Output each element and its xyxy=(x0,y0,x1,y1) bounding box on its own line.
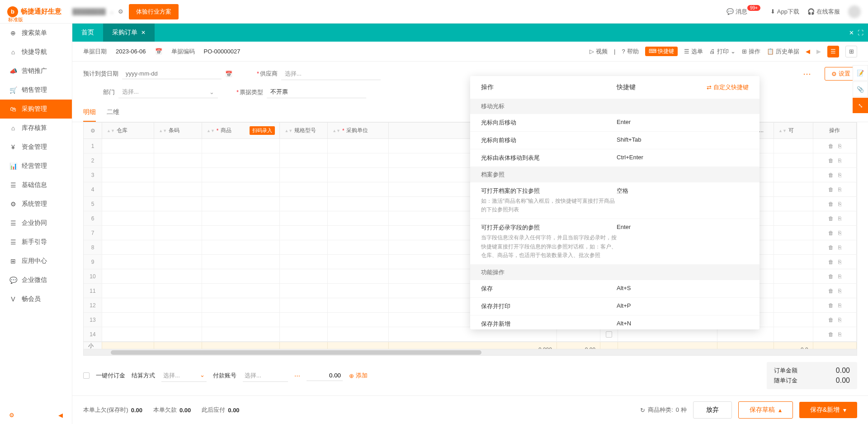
calendar-icon[interactable]: 📅 xyxy=(225,71,232,77)
delete-icon[interactable]: 🗑 xyxy=(828,317,834,323)
delete-icon[interactable]: 🗑 xyxy=(828,288,834,294)
delete-icon[interactable]: 🗑 xyxy=(828,172,834,178)
save-draft-button[interactable]: 保存草稿▴ xyxy=(738,401,793,419)
onekey-deposit-checkbox[interactable] xyxy=(83,372,90,379)
delete-icon[interactable]: 🗑 xyxy=(828,259,834,265)
tab-close-all-icon[interactable]: ✕ xyxy=(849,29,854,36)
close-icon[interactable]: ✕ xyxy=(141,29,146,36)
help-link[interactable]: ? 帮助 xyxy=(622,48,638,56)
copy-icon[interactable]: ⎘ xyxy=(838,302,841,309)
save-new-button[interactable]: 保存&新增▾ xyxy=(799,402,857,418)
view-list-icon[interactable]: ☰ xyxy=(827,46,839,57)
app-download-link[interactable]: ⬇App下载 xyxy=(770,8,799,16)
video-link[interactable]: ▷ 视频 xyxy=(590,48,608,56)
sidebar-item-销售管理[interactable]: 🛒销售管理 xyxy=(0,81,72,100)
refresh-icon[interactable]: ↻ xyxy=(640,407,645,414)
sidebar-item-畅会员[interactable]: V畅会员 xyxy=(0,290,72,309)
print-link[interactable]: 🖨 打印 ⌄ xyxy=(709,48,736,56)
gear-icon[interactable]: ⚙ xyxy=(118,8,123,15)
copy-icon[interactable]: ⎘ xyxy=(838,215,841,222)
copy-icon[interactable]: ⎘ xyxy=(838,186,841,193)
delete-icon[interactable]: 🗑 xyxy=(828,186,834,193)
more-icon[interactable]: ⋯ xyxy=(803,69,811,79)
supplier-select[interactable]: 选择... xyxy=(281,68,381,80)
delete-icon[interactable]: 🗑 xyxy=(828,244,834,251)
copy-icon[interactable]: ⎘ xyxy=(838,288,841,294)
delete-icon[interactable]: 🗑 xyxy=(828,302,834,309)
discard-button[interactable]: 放弃 xyxy=(693,401,732,419)
col-available[interactable]: ▲▼可 xyxy=(774,123,813,138)
arrive-date-input[interactable] xyxy=(122,68,222,79)
add-payment-button[interactable]: ⊕添加 xyxy=(349,372,368,380)
tab-fullscreen-icon[interactable]: ⛶ xyxy=(858,29,863,36)
dept-select[interactable]: 选择...⌄ xyxy=(118,86,218,98)
delete-icon[interactable]: 🗑 xyxy=(828,230,834,236)
copy-icon[interactable]: ⎘ xyxy=(838,273,841,280)
tab-home[interactable]: 首页 xyxy=(72,24,103,42)
sidebar-item-经营管理[interactable]: 📊经营管理 xyxy=(0,157,72,176)
copy-icon[interactable]: ⎘ xyxy=(838,157,841,164)
col-unit[interactable]: ▲▼*采购单位 xyxy=(328,123,388,138)
delete-icon[interactable]: 🗑 xyxy=(828,273,834,280)
invoice-select[interactable]: 不开票 xyxy=(267,86,366,98)
next-doc-icon[interactable]: ▶ xyxy=(816,48,821,55)
delete-icon[interactable]: 🗑 xyxy=(828,157,834,164)
avatar[interactable] xyxy=(848,5,861,18)
sidebar-item-资金管理[interactable]: ¥资金管理 xyxy=(0,138,72,157)
delete-icon[interactable]: 🗑 xyxy=(828,215,834,222)
copy-icon[interactable]: ⎘ xyxy=(838,201,841,207)
delete-icon[interactable]: 🗑 xyxy=(828,331,834,338)
history-link[interactable]: 📋 历史单据 xyxy=(767,48,799,56)
sidebar-item-新手引导[interactable]: ☰新手引导 xyxy=(0,233,72,252)
scan-entry-tag[interactable]: 扫码录入 xyxy=(250,126,275,135)
horizontal-scrollbar[interactable] xyxy=(83,349,857,356)
copy-icon[interactable]: ⎘ xyxy=(838,259,841,265)
copy-icon[interactable]: ⎘ xyxy=(838,230,841,236)
sidebar-item-企业协同[interactable]: ☰企业协同 xyxy=(0,214,72,233)
sidebar-item-基础信息[interactable]: ☰基础信息 xyxy=(0,176,72,195)
payment-amount-input[interactable] xyxy=(307,370,343,381)
rail-attach-icon[interactable]: 📎 xyxy=(853,81,868,97)
copy-icon[interactable]: ⎘ xyxy=(838,143,841,149)
sidebar-item-库存核算[interactable]: ⌂库存核算 xyxy=(0,119,72,138)
sidebar-settings-icon[interactable]: ⚙ xyxy=(9,412,14,419)
sidebar-item-营销推广[interactable]: 📣营销推广 xyxy=(0,62,72,81)
operate-link[interactable]: ⊞ 操作 xyxy=(742,48,760,56)
col-barcode[interactable]: ▲▼条码 xyxy=(154,123,202,138)
account-select[interactable]: 选择... xyxy=(243,370,288,382)
subtab-detail[interactable]: 明细 xyxy=(83,104,96,122)
messages-link[interactable]: 💬消息 99+ xyxy=(726,8,762,16)
custom-shortcut-link[interactable]: ⇄ 自定义快捷键 xyxy=(707,83,749,91)
select-order-link[interactable]: ☰ 选单 xyxy=(684,48,703,56)
col-config-icon[interactable]: ⚙ xyxy=(84,123,102,138)
sidebar-item-搜索菜单[interactable]: ⊕搜索菜单 xyxy=(0,24,72,43)
delete-icon[interactable]: 🗑 xyxy=(828,201,834,207)
sidebar-item-快捷导航[interactable]: ⌂快捷导航 xyxy=(0,43,72,62)
calendar-icon[interactable]: 📅 xyxy=(155,48,162,55)
settle-select[interactable]: 选择...⌄ xyxy=(161,370,207,382)
delete-icon[interactable]: 🗑 xyxy=(828,143,834,149)
trial-button[interactable]: 体验行业方案 xyxy=(129,4,179,19)
col-spec[interactable]: ▲▼规格型号 xyxy=(280,123,328,138)
copy-icon[interactable]: ⎘ xyxy=(838,244,841,251)
tab-purchase-order[interactable]: 采购订单 ✕ xyxy=(103,24,155,42)
sidebar-item-应用中心[interactable]: ⊞应用中心 xyxy=(0,252,72,271)
shortcut-button[interactable]: ⌨ 快捷键 xyxy=(645,47,678,56)
sidebar-item-企业微信[interactable]: 💬企业微信 xyxy=(0,271,72,290)
view-grid-icon[interactable]: ⊞ xyxy=(845,46,857,57)
sidebar-item-系统管理[interactable]: ⚙系统管理 xyxy=(0,195,72,214)
sidebar-collapse-icon[interactable]: ◀ xyxy=(58,412,63,419)
rail-note-icon[interactable]: 📝 xyxy=(853,65,868,81)
copy-icon[interactable]: ⎘ xyxy=(838,317,841,323)
sidebar-item-采购管理[interactable]: 🛍采购管理 xyxy=(0,100,72,119)
service-link[interactable]: 🎧在线客服 xyxy=(807,8,840,16)
col-warehouse[interactable]: ▲▼仓库 xyxy=(102,123,154,138)
copy-icon[interactable]: ⎘ xyxy=(838,331,841,338)
copy-icon[interactable]: ⎘ xyxy=(838,172,841,178)
col-product[interactable]: ▲▼*商品扫码录入 xyxy=(202,123,280,138)
prev-doc-icon[interactable]: ◀ xyxy=(806,48,810,55)
subtab-matrix[interactable]: 二维 xyxy=(107,104,119,122)
row-checkbox[interactable] xyxy=(606,331,612,338)
account-more-icon[interactable]: ⋯ xyxy=(294,372,300,379)
rail-expand-icon[interactable]: ⤡ xyxy=(853,98,868,113)
